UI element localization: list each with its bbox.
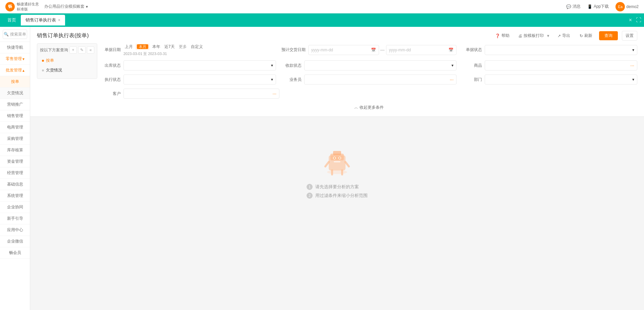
out-status-select[interactable] <box>123 60 276 70</box>
settings-button[interactable]: 设置 <box>622 31 637 41</box>
print-dropdown-button[interactable] <box>546 32 551 40</box>
expected-date-range: yyyy-mm-dd 📅 — yyyy-mm-dd 📅 <box>308 45 457 55</box>
logo-icon: 畅 <box>5 2 15 11</box>
payment-status-select[interactable] <box>304 60 457 70</box>
exec-status-select[interactable] <box>123 74 276 85</box>
filter-item-doc-status: 单据状态 <box>462 45 637 55</box>
query-button[interactable]: 查询 <box>599 31 618 40</box>
header-right: 💬 消息 📱 App下载 Ea demo2 <box>566 2 639 11</box>
calendar-icon-to: 📅 <box>448 48 453 52</box>
logo-text: 畅捷通好生意 标准版 <box>17 2 39 11</box>
help-button[interactable]: ❓ 帮助 <box>492 32 512 40</box>
sidebar-search-area: 🔍 搜索菜单 <box>0 27 30 42</box>
expected-date-from[interactable]: yyyy-mm-dd 📅 <box>308 45 379 55</box>
scheme-add-button[interactable]: + <box>69 46 77 54</box>
salesperson-more-icon: ··· <box>450 77 454 82</box>
out-status-chevron-icon <box>271 63 273 68</box>
window-expand-icon[interactable]: ⛶ <box>636 17 641 23</box>
sidebar-item-app-center[interactable]: 应用中心 <box>0 224 30 236</box>
sidebar-item-enterprise[interactable]: 企业协同 <box>0 202 30 213</box>
scheme-collapse-button[interactable]: « <box>87 46 94 54</box>
scheme-dot-active <box>42 60 44 62</box>
scheme-item-backorder[interactable]: 欠货情况 <box>40 66 94 74</box>
tip-1-text: 请先选择要分析的方案 <box>315 184 359 190</box>
sidebar-item-purchase[interactable]: 采购管理 <box>0 133 30 145</box>
filter-item-goods: 商品 ··· <box>462 60 637 70</box>
tab-home[interactable]: 首页 <box>3 15 21 25</box>
account-dropdown[interactable]: 办公用品行业模拟账套 <box>42 4 91 9</box>
tip-2-text: 用过滤条件来缩小分析范围 <box>315 193 368 199</box>
expected-date-to[interactable]: yyyy-mm-dd 📅 <box>386 45 457 55</box>
goods-select[interactable]: ··· <box>485 60 637 70</box>
shortcut-this-month[interactable]: 本月 <box>136 44 150 50</box>
doc-status-label: 单据状态 <box>462 47 482 53</box>
scheme-item-by-order[interactable]: 按单 <box>40 56 94 65</box>
filter-item-date: 单据日期 上月 本月 本年 近7天 <box>101 43 276 56</box>
filter-item-exec-status: 执行状态 <box>101 74 276 85</box>
shortcut-more[interactable]: 更多 <box>177 43 188 50</box>
goods-more-icon: ··· <box>630 63 634 68</box>
refresh-button[interactable]: ↻ 刷新 <box>577 32 595 40</box>
window-close-icon[interactable]: × <box>629 17 632 23</box>
app-download-button[interactable]: 📱 App下载 <box>587 4 609 9</box>
page-actions: ❓ 帮助 🖨 按模板打印 <box>492 31 637 41</box>
chevron-up-icon: ︿ <box>354 105 358 110</box>
filter-row-1: 单据日期 上月 本月 本年 近7天 <box>101 43 637 56</box>
tab-bar: 首页 销售订单执行表 × × ⛶ <box>0 13 644 27</box>
export-button[interactable]: ↗ 导出 <box>555 32 573 40</box>
message-icon: 💬 <box>566 4 571 9</box>
shortcut-7days[interactable]: 近7天 <box>163 43 176 50</box>
tab-close-icon[interactable]: × <box>58 18 60 22</box>
sidebar-item-inventory[interactable]: 库存核算 <box>0 145 30 156</box>
sidebar-item-wholesale[interactable]: 批发管理 ▴ <box>0 65 30 76</box>
customer-select[interactable]: ··· <box>123 89 279 99</box>
shortcut-last-month[interactable]: 上月 <box>123 43 134 50</box>
sidebar-item-operations[interactable]: 经营管理 <box>0 167 30 179</box>
user-area[interactable]: Ea demo2 <box>615 2 639 11</box>
filter-item-expected-date: 预计交货日期 yyyy-mm-dd 📅 — yyyy-mm-d <box>281 45 457 55</box>
dropdown-chevron-icon <box>86 4 88 9</box>
tip-1-number: 1 <box>307 184 313 190</box>
refresh-icon: ↻ <box>580 34 583 38</box>
sidebar-item-retail[interactable]: 零售管理 ▾ <box>0 53 30 65</box>
dept-select[interactable] <box>485 74 637 85</box>
filter-row-2: 出库状态 收款状态 <box>101 60 637 70</box>
message-button[interactable]: 💬 消息 <box>566 4 581 9</box>
sidebar-item-newuser[interactable]: 新手引导 <box>0 213 30 224</box>
doc-status-select[interactable] <box>485 45 637 55</box>
filter-item-customer: 客户 ··· <box>101 89 279 99</box>
sidebar-item-sales[interactable]: 销售管理 <box>0 110 30 122</box>
date-range-display: 2023-03-01 至 2023-03-31 <box>123 51 276 56</box>
shortcut-this-year[interactable]: 本年 <box>151 43 162 50</box>
sidebar-item-quick-nav[interactable]: 快捷导航 <box>0 42 30 53</box>
dept-chevron-icon <box>632 77 634 82</box>
payment-status-label: 收款状态 <box>281 63 302 68</box>
print-button[interactable]: 🖨 按模板打印 <box>516 32 546 40</box>
out-status-label: 出库状态 <box>101 63 121 68</box>
sidebar-item-ecommerce[interactable]: 电商管理 <box>0 122 30 133</box>
tab-active[interactable]: 销售订单执行表 × <box>21 15 65 25</box>
scheme-edit-button[interactable]: ✎ <box>78 46 86 54</box>
main-layout: 🔍 搜索菜单 快捷导航 零售管理 ▾ 批发管理 ▴ 按单 欠货情况 营销推广 销… <box>0 27 644 310</box>
sidebar-item-wechat[interactable]: 企业微信 <box>0 236 30 247</box>
chevron-down-icon: ▾ <box>22 57 24 61</box>
sidebar-item-basic-info[interactable]: 基础信息 <box>0 179 30 190</box>
filter-item-out-status: 出库状态 <box>101 60 276 70</box>
sidebar-item-member[interactable]: 畅会员 <box>0 247 30 259</box>
sidebar-item-marketing[interactable]: 营销推广 <box>0 99 30 110</box>
search-menu-button[interactable]: 🔍 搜索菜单 <box>3 30 27 39</box>
sidebar-item-finance[interactable]: 资金管理 <box>0 156 30 167</box>
collapse-button[interactable]: ︿ 收起更多条件 <box>101 103 637 112</box>
empty-tips: 1 请先选择要分析的方案 2 用过滤条件来缩小分析范围 <box>307 184 368 199</box>
sidebar-item-system[interactable]: 系统管理 <box>0 190 30 202</box>
svg-rect-3 <box>333 151 341 155</box>
header-left: 畅 畅捷通好生意 标准版 办公用品行业模拟账套 <box>5 2 91 11</box>
calendar-icon-from: 📅 <box>371 48 376 52</box>
avatar: Ea <box>615 2 625 11</box>
salesperson-select[interactable]: ··· <box>304 74 457 85</box>
svg-point-0 <box>327 170 347 174</box>
sidebar-sub-item-backorder[interactable]: 欠货情况 <box>0 88 30 99</box>
customer-label: 客户 <box>101 91 121 97</box>
sidebar-sub-item-by-order[interactable]: 按单 <box>0 76 30 88</box>
shortcut-custom[interactable]: 自定义 <box>190 43 204 50</box>
